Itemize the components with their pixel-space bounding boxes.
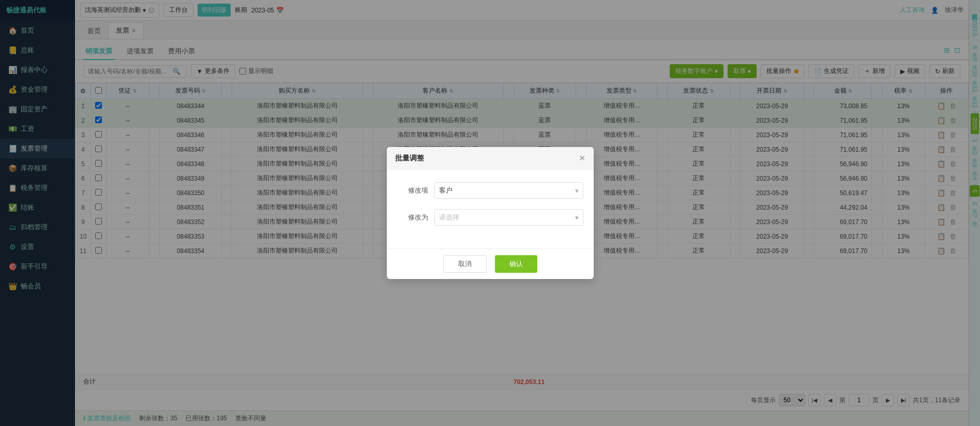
modify-field-select[interactable]: 客户 ▾ [434, 182, 583, 199]
modify-to-label: 修改为 [397, 213, 428, 222]
modify-field-label: 修改项 [397, 186, 428, 195]
modal-title: 批量调整 [395, 154, 424, 163]
modify-field-value: 客户 [439, 186, 453, 195]
cancel-button[interactable]: 取消 [443, 255, 487, 273]
modal-footer: 取消 确认 [387, 248, 594, 279]
dropdown-arrow-icon: ▾ [575, 187, 579, 195]
batch-adjust-modal: 批量调整 ✕ 修改项 客户 ▾ 修改为 请选择 ▾ 取消 确认 [387, 147, 594, 279]
modal-row-modify-to: 修改为 请选择 ▾ [397, 209, 583, 226]
dropdown-arrow-icon2: ▾ [575, 214, 579, 222]
modal-overlay: 批量调整 ✕ 修改项 客户 ▾ 修改为 请选择 ▾ 取消 确认 [0, 0, 980, 426]
modify-to-placeholder: 请选择 [439, 213, 459, 222]
modal-header: 批量调整 ✕ [387, 147, 594, 170]
modify-to-select[interactable]: 请选择 ▾ [434, 209, 583, 226]
confirm-button[interactable]: 确认 [495, 255, 537, 273]
modal-row-modify-field: 修改项 客户 ▾ [397, 182, 583, 199]
modal-close-button[interactable]: ✕ [579, 153, 585, 163]
modal-body: 修改项 客户 ▾ 修改为 请选择 ▾ [387, 170, 594, 248]
